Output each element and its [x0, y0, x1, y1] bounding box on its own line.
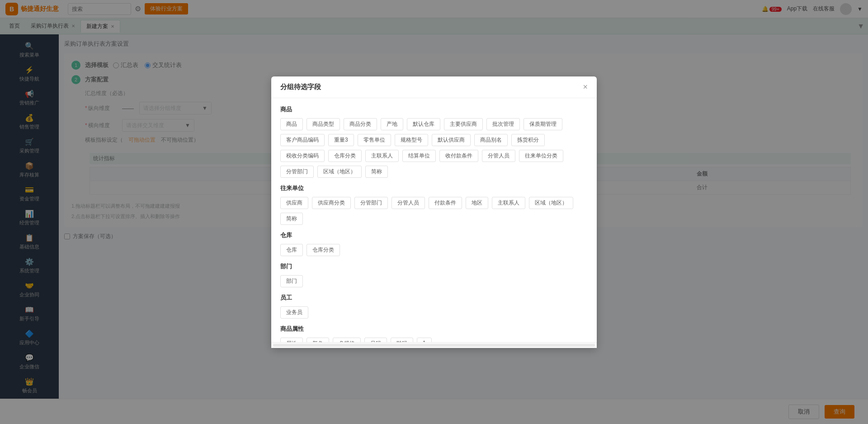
field-dept-managed[interactable]: 分管部门	[280, 166, 314, 178]
field-supervisor[interactable]: 分管人员	[482, 150, 515, 162]
field-main-contact2[interactable]: 主联系人	[492, 197, 525, 209]
field-grid-dept: 部门	[280, 275, 588, 287]
field-supplier-category[interactable]: 供应商分类	[312, 197, 351, 209]
field-partner-category[interactable]: 往来单位分类	[519, 150, 563, 162]
field-pick-points[interactable]: 拣货积分	[511, 134, 545, 146]
modal-overlay: 分组待选字段 × 商品 商品 商品类型 商品分类 产地 默认仓库 主要供应商 批…	[59, 34, 868, 424]
field-select-modal: 分组待选字段 × 商品 商品 商品类型 商品分类 产地 默认仓库 主要供应商 批…	[271, 76, 597, 348]
field-area[interactable]: 地区	[466, 197, 488, 209]
field-default-supplier[interactable]: 默认供应商	[432, 134, 471, 146]
field-region-goods[interactable]: 区域（地区）	[317, 166, 362, 178]
modal-title: 分组待选字段	[280, 83, 321, 91]
content-area: 采购订单执行表方案设置 1 选择模板 汇总表 交叉统计表 2	[59, 34, 868, 424]
field-goods-type[interactable]: 商品类型	[307, 118, 340, 130]
field-spec-model[interactable]: 规格型号	[395, 134, 428, 146]
field-grid-goods: 商品 商品类型 商品分类 产地 默认仓库 主要供应商 批次管理 保质期管理 客户…	[280, 118, 588, 178]
section-title-warehouse: 仓库	[280, 231, 588, 239]
modal-body: 商品 商品 商品类型 商品分类 产地 默认仓库 主要供应商 批次管理 保质期管理…	[271, 98, 597, 343]
field-region-cp[interactable]: 区域（地区）	[529, 197, 573, 209]
field-salesperson[interactable]: 业务员	[280, 306, 308, 319]
field-grid-employee: 业务员	[280, 306, 588, 319]
field-attribute[interactable]: 属性	[280, 338, 303, 343]
field-supplier[interactable]: 供应商	[280, 197, 308, 209]
section-title-dept: 部门	[280, 262, 588, 271]
field-goods-alias[interactable]: 商品别名	[474, 134, 508, 146]
field-customer-code[interactable]: 客户商品编码	[280, 134, 325, 146]
field-dept[interactable]: 部门	[280, 275, 303, 287]
field-main-supplier[interactable]: 主要供应商	[444, 118, 483, 130]
field-grid-warehouse: 仓库 仓库分类	[280, 244, 588, 256]
field-weight3[interactable]: 重量3	[328, 134, 354, 146]
field-warehouse[interactable]: 仓库	[280, 244, 303, 256]
field-abbr-cp[interactable]: 简称	[280, 213, 303, 225]
field-payment-condition[interactable]: 付款条件	[429, 197, 462, 209]
h-scroll-track[interactable]	[273, 344, 595, 347]
field-dept-mgmt[interactable]: 分管部门	[354, 197, 388, 209]
field-personnel-mgmt[interactable]: 分管人员	[392, 197, 425, 209]
field-warehouse-category[interactable]: 仓库分类	[328, 150, 362, 162]
field-grid-counterpart: 供应商 供应商分类 分管部门 分管人员 付款条件 地区 主联系人 区域（地区） …	[280, 197, 588, 225]
field-color[interactable]: 颜色	[307, 338, 329, 343]
field-origin[interactable]: 产地	[381, 118, 403, 130]
field-tax-code[interactable]: 税收分类编码	[280, 150, 325, 162]
field-abbr-goods[interactable]: 简称	[365, 166, 388, 178]
section-title-product-attr: 商品属性	[280, 325, 588, 333]
field-goods[interactable]: 商品	[280, 118, 303, 130]
field-shelf-life[interactable]: 保质期管理	[524, 118, 562, 130]
field-main-contact[interactable]: 主联系人	[365, 150, 399, 162]
field-shoe-size[interactable]: 鞋码	[391, 338, 413, 343]
field-goods-category[interactable]: 商品分类	[344, 118, 377, 130]
field-retail-unit[interactable]: 零售单位	[358, 134, 391, 146]
field-payment-terms[interactable]: 收付款条件	[439, 150, 478, 162]
field-attr-1[interactable]: 1	[417, 338, 432, 343]
section-title-employee: 员工	[280, 294, 588, 302]
modal-close-btn[interactable]: ×	[583, 83, 588, 91]
section-title-goods: 商品	[280, 105, 588, 114]
field-size[interactable]: 尺码	[364, 338, 387, 343]
section-title-counterpart: 往来单位	[280, 184, 588, 192]
modal-scrollbar-area	[271, 342, 597, 348]
field-batch-mgmt[interactable]: 批次管理	[486, 118, 520, 130]
field-grid-product-attr: 属性 颜色 多规格 尺码 鞋码 1	[280, 338, 588, 343]
field-settlement-unit[interactable]: 结算单位	[402, 150, 436, 162]
field-warehouse-cat[interactable]: 仓库分类	[307, 244, 340, 256]
field-multi-spec[interactable]: 多规格	[333, 338, 361, 343]
modal-header: 分组待选字段 ×	[271, 76, 597, 98]
field-default-warehouse[interactable]: 默认仓库	[407, 118, 440, 130]
